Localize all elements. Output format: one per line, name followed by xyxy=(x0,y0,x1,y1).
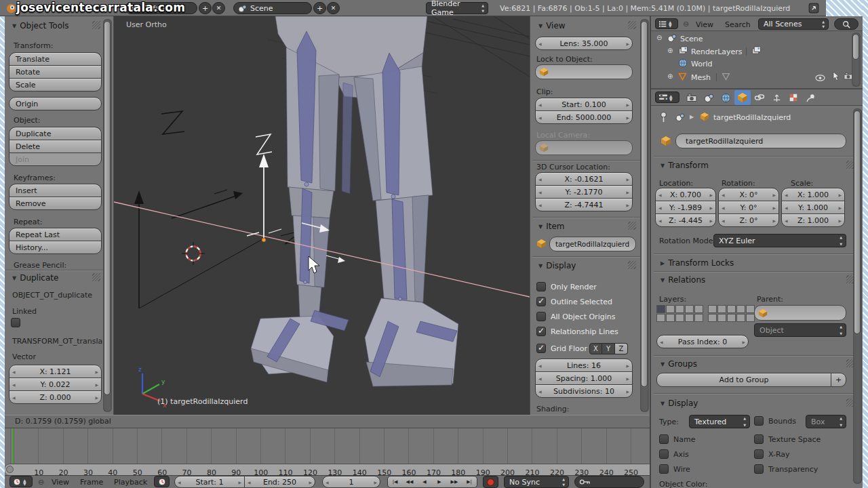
tree-expand-icon[interactable]: ⊕ xyxy=(667,73,673,80)
panel-resize-grip[interactable] xyxy=(92,273,100,281)
timeline-ruler-strip[interactable]: 1020304050607080901001101201301401501601… xyxy=(5,464,650,475)
scene-close-button[interactable]: ✕ xyxy=(327,2,340,14)
layer-cell[interactable] xyxy=(717,305,726,313)
vector-y-field[interactable]: Y: 0.022 xyxy=(9,378,102,391)
tab-world[interactable] xyxy=(717,90,734,105)
record-button[interactable] xyxy=(483,476,498,488)
layer-cell[interactable] xyxy=(708,305,717,313)
prev-keyframe-button[interactable]: ◀◀ xyxy=(402,476,418,488)
time-toggle-button[interactable] xyxy=(154,476,170,487)
outliner-item-mesh[interactable]: Mesh xyxy=(691,73,711,82)
panel-header-object-tools[interactable]: Object Tools xyxy=(12,21,69,30)
layout-add-button[interactable]: + xyxy=(199,2,212,14)
xray-checkbox[interactable] xyxy=(754,449,764,459)
layer-cell[interactable] xyxy=(694,314,703,322)
scale-x-field[interactable]: X: 1.000 xyxy=(781,188,845,201)
collapse-menus-icon[interactable]: ⊖ xyxy=(38,478,44,487)
panel-header-display[interactable]: Display xyxy=(538,261,576,270)
panel-header-groups[interactable]: Groups xyxy=(660,359,697,369)
location-z-field[interactable]: Z: -4.445 xyxy=(655,214,716,227)
insert-keyframe-button[interactable]: Insert xyxy=(9,184,102,197)
only-render-checkbox[interactable] xyxy=(536,282,546,291)
scale-y-field[interactable]: Y: 1.000 xyxy=(781,201,845,214)
rotation-mode-select[interactable]: XYZ Euler xyxy=(713,234,846,247)
engine-select[interactable]: Blender Game xyxy=(426,2,488,14)
panel-header-transform[interactable]: Transform xyxy=(660,161,709,170)
jump-to-start-button[interactable]: |◀ xyxy=(387,476,403,488)
layer-cell[interactable] xyxy=(666,305,675,313)
layer-cell[interactable] xyxy=(656,305,665,313)
sync-mode-select[interactable]: No Sync xyxy=(504,476,569,488)
keying-set-field[interactable] xyxy=(574,476,644,488)
lock-to-object-field[interactable] xyxy=(535,64,633,79)
transparency-checkbox[interactable] xyxy=(754,464,764,474)
properties-scrollbar-thumb[interactable] xyxy=(854,110,861,334)
panel-header-view[interactable]: View xyxy=(538,21,566,30)
tab-render[interactable] xyxy=(684,90,700,105)
item-name-field[interactable]: targetRodillaIzquierd xyxy=(549,237,636,251)
grid-floor-checkbox[interactable] xyxy=(536,344,546,353)
outliner-item-world[interactable]: World xyxy=(691,60,713,68)
location-y-field[interactable]: Y: -1.989 xyxy=(655,201,716,214)
layer-cell[interactable] xyxy=(656,314,665,322)
translate-button[interactable]: Translate xyxy=(9,52,102,66)
outliner-search-button[interactable] xyxy=(834,18,859,30)
layer-cell[interactable] xyxy=(685,314,694,322)
rotation-y-field[interactable]: Y: 0° xyxy=(718,201,779,214)
timeline-editor-type-button[interactable]: ▲▼ xyxy=(9,476,33,487)
layer-cell[interactable] xyxy=(666,314,675,322)
jump-to-end-button[interactable]: ▶| xyxy=(462,476,477,488)
frame-end-field[interactable]: End: 250 xyxy=(245,476,315,488)
panel-header-display[interactable]: Display xyxy=(660,399,698,408)
linked-checkbox[interactable] xyxy=(11,318,20,327)
current-frame-field[interactable]: 1 xyxy=(322,476,380,488)
parent-type-select[interactable]: Object xyxy=(754,323,846,337)
rotate-button[interactable]: Rotate xyxy=(9,65,102,79)
layout-close-button[interactable]: ✕ xyxy=(212,2,225,14)
scrollbar-knob[interactable] xyxy=(6,466,14,473)
grid-axis-y-toggle[interactable]: Y xyxy=(602,343,615,354)
tree-expand-icon[interactable]: ⊕ xyxy=(667,47,673,54)
repeat-last-button[interactable]: Repeat Last xyxy=(9,228,102,241)
tab-constraints[interactable] xyxy=(751,90,768,105)
tab-physics[interactable] xyxy=(802,90,818,105)
outliner-scrollbar-thumb[interactable] xyxy=(852,34,859,60)
next-keyframe-button[interactable]: ▶▶ xyxy=(447,476,462,488)
layer-cell[interactable] xyxy=(694,305,703,313)
name-checkbox[interactable] xyxy=(659,434,669,444)
tab-object[interactable] xyxy=(734,90,751,105)
scene-add-button[interactable]: + xyxy=(313,2,326,14)
tab-scene[interactable] xyxy=(701,90,717,105)
cursor-x-field[interactable]: X: -0.1621 xyxy=(535,172,633,186)
panel-resize-grip[interactable] xyxy=(628,222,636,230)
layer-cell[interactable] xyxy=(746,314,755,322)
grid-subdivisions-field[interactable]: Subdivisions: 10 xyxy=(535,384,633,398)
layer-cell[interactable] xyxy=(727,314,736,322)
wire-checkbox[interactable] xyxy=(659,464,669,474)
remove-keyframe-button[interactable]: Remove xyxy=(9,197,102,210)
timeline-region[interactable]: 1020304050607080901001101201301401501601… xyxy=(5,428,650,475)
add-to-group-button[interactable]: Add to Group xyxy=(656,373,831,387)
outliner-menu-view[interactable]: View xyxy=(696,20,713,29)
toolshelf-scrollbar-thumb[interactable] xyxy=(104,21,111,395)
parent-field[interactable] xyxy=(754,305,846,321)
scene-selector[interactable]: Scene xyxy=(233,2,312,14)
npanel-scrollbar-thumb[interactable] xyxy=(641,21,648,387)
join-button[interactable]: Join xyxy=(9,152,102,166)
panel-resize-grip[interactable] xyxy=(628,21,636,29)
delete-button[interactable]: Delete xyxy=(9,140,102,153)
pin-icon[interactable] xyxy=(659,111,668,123)
layer-cell[interactable] xyxy=(675,305,684,313)
grid-axis-x-toggle[interactable]: X xyxy=(589,343,602,354)
outline-selected-checkbox[interactable] xyxy=(536,297,546,306)
layer-cell[interactable] xyxy=(727,305,736,313)
vector-x-field[interactable]: X: 1.121 xyxy=(9,365,102,378)
selectability-pointer-icon[interactable] xyxy=(833,71,840,81)
outliner-item-scene[interactable]: Scene xyxy=(680,35,703,43)
timeline-menu-view[interactable]: View xyxy=(52,478,69,487)
cursor-z-field[interactable]: Z: -4.7441 xyxy=(535,198,633,211)
clip-start-field[interactable]: Start: 0.100 xyxy=(535,98,633,111)
play-button[interactable]: ▶ xyxy=(432,476,448,488)
panel-header-duplicate[interactable]: Duplicate xyxy=(12,273,58,283)
object-name-field[interactable]: targetRodillaIzquierd xyxy=(675,134,846,148)
